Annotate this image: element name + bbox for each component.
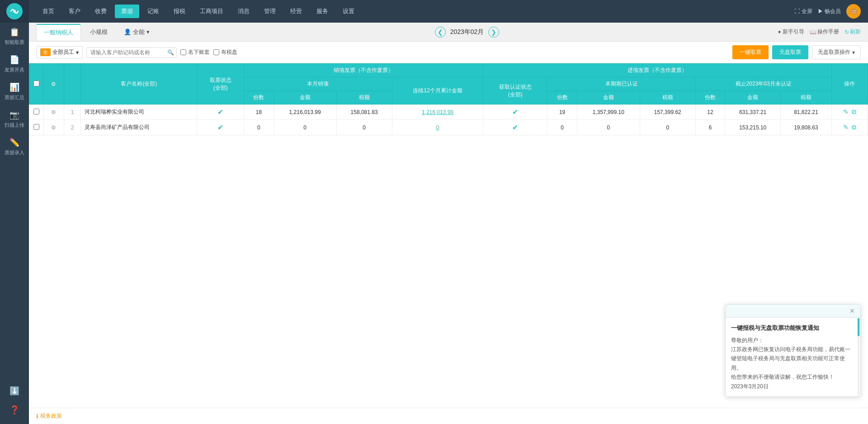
my-account-filter[interactable]: 名下账套 bbox=[180, 48, 210, 56]
nav-settings[interactable]: 设置 bbox=[336, 5, 361, 18]
select-all-checkbox[interactable] bbox=[33, 81, 39, 86]
notification-close-btn[interactable]: ✕ bbox=[849, 307, 855, 314]
table-row: ⚙ 1 河北柯瑞桦实业有限公司 ✔ 18 1,216,013.99 158,08… bbox=[29, 105, 868, 120]
smart-fetch-icon: 📋 bbox=[9, 27, 19, 37]
tax-policy-link[interactable]: ℹ 税务政策 bbox=[36, 412, 62, 420]
col-purchase-d-count: 份数 bbox=[695, 91, 725, 105]
nav-client[interactable]: 客户 bbox=[62, 5, 87, 18]
app-logo[interactable] bbox=[0, 0, 29, 23]
prev-period-btn[interactable]: ❮ bbox=[435, 27, 446, 38]
has-tax-disk-filter[interactable]: 有税盘 bbox=[213, 48, 237, 56]
col-purchase-tax: 税额 bbox=[640, 91, 695, 105]
nav-management[interactable]: 管理 bbox=[258, 5, 282, 18]
row-settings-icon-1[interactable]: ⚙ bbox=[51, 124, 56, 131]
user-avatar[interactable]: 🐵 bbox=[846, 4, 861, 19]
sales-12m-link-1[interactable]: 0 bbox=[436, 124, 439, 131]
search-icon[interactable]: 🔍 bbox=[167, 49, 174, 56]
nav-business[interactable]: 工商项目 bbox=[193, 5, 230, 18]
member-btn[interactable]: ▶ 畅会员 bbox=[818, 8, 841, 15]
sidebar-item-smart-fetch[interactable]: 📋 智能取票 bbox=[0, 23, 29, 50]
sidebar-item-invoice-entry-label: 票据录入 bbox=[5, 149, 24, 156]
nav-service[interactable]: 服务 bbox=[310, 5, 335, 18]
tab-bar: 一般纳税人 小规模 👤 全能 ▾ ❮ 2023年02月 ❯ ✦ 新手引导 📖 操… bbox=[29, 23, 868, 42]
notification-text: 江苏政务网已恢复访问电子税务局功能，易代账一键登陆电子税务局与无盘取票相关功能可… bbox=[731, 345, 855, 372]
nav-tax[interactable]: 报税 bbox=[167, 5, 192, 18]
search-wrap: 🔍 bbox=[86, 47, 177, 58]
info-icon: ℹ bbox=[36, 413, 38, 419]
chevron-down-icon: ▾ bbox=[852, 49, 855, 56]
sidebar-item-download[interactable]: ⬇️ bbox=[0, 381, 29, 400]
notification-apology: 给您带来的不便敬请谅解，祝您工作愉快！ bbox=[731, 372, 855, 381]
settings-icon[interactable]: ⚙ bbox=[51, 81, 56, 87]
nav-message[interactable]: 消息 bbox=[231, 5, 256, 18]
sidebar-bottom: ⬇️ ❓ bbox=[0, 381, 29, 424]
row-checkbox-1[interactable] bbox=[33, 124, 39, 130]
refresh-btn[interactable]: ↻ 刷新 bbox=[844, 28, 861, 36]
col-sales-12m: 连续12个月累计金额 bbox=[392, 77, 483, 105]
member-icon: ▶ bbox=[818, 8, 823, 14]
no-disk-fetch-button[interactable]: 无盘取票 bbox=[772, 45, 808, 59]
refresh-icon: ↻ bbox=[844, 29, 849, 35]
fetch-status-1: ✔ bbox=[217, 124, 223, 131]
page-footer: ℹ 税务政策 bbox=[29, 408, 868, 424]
table-row: ⚙ 2 灵寿县尚泽矿产品有限公司 ✔ 0 0 0 0 ✔ 0 0 0 6 153… bbox=[29, 120, 868, 135]
nav-operation[interactable]: 经营 bbox=[284, 5, 308, 18]
employee-filter[interactable]: 全 全部员工 ▾ bbox=[36, 46, 83, 58]
col-checkbox bbox=[29, 64, 44, 105]
user-icon: 👤 bbox=[124, 29, 131, 35]
next-period-btn[interactable]: ❯ bbox=[488, 27, 499, 38]
sidebar-item-invoice-summary-label: 票据汇总 bbox=[5, 94, 24, 101]
col-num bbox=[64, 64, 81, 105]
nav-bookkeeping[interactable]: 记账 bbox=[141, 5, 165, 18]
col-action: 操作 bbox=[831, 64, 868, 105]
fetch-status-0: ✔ bbox=[217, 108, 223, 116]
invoice-issue-icon: 📄 bbox=[9, 55, 19, 65]
nav-invoice[interactable]: 票据 bbox=[115, 5, 139, 18]
sidebar-item-help[interactable]: ❓ bbox=[0, 400, 29, 419]
col-purchase-status: 获取认证状态 (全部) bbox=[483, 77, 547, 105]
employee-filter-label: 全部员工 bbox=[52, 48, 74, 56]
one-click-fetch-button[interactable]: 一键取票 bbox=[732, 45, 769, 59]
col-purchase-deadline: 截止2023年03月未认证 bbox=[695, 77, 831, 91]
edit-icon-1[interactable]: ✎ bbox=[843, 124, 849, 131]
sidebar-item-invoice-summary[interactable]: 📊 票据汇总 bbox=[0, 78, 29, 105]
col-sales-month: 本月销项 bbox=[244, 77, 392, 91]
search-input[interactable] bbox=[86, 47, 177, 58]
tab-full-capability[interactable]: 👤 全能 ▾ bbox=[117, 24, 157, 40]
col-sales-group: 销项发票（不含作废票） bbox=[244, 64, 483, 77]
col-purchase-count: 份数 bbox=[547, 91, 577, 105]
period-nav: ❮ 2023年02月 ❯ bbox=[435, 27, 500, 38]
col-sales-amount: 金额 bbox=[274, 91, 336, 105]
my-account-checkbox[interactable] bbox=[180, 49, 186, 55]
sidebar-item-invoice-issue-label: 发票开具 bbox=[5, 67, 24, 73]
no-disk-ops-button[interactable]: 无盘取票操作 ▾ bbox=[812, 45, 861, 59]
topnav-right: ⛶ 全屏 ▶ 畅会员 🐵 bbox=[794, 4, 861, 19]
notification-body: 一键报税与无盘取票功能恢复通知 尊敬的用户： 江苏政务网已恢复访问电子税务局功能… bbox=[726, 318, 860, 396]
chevron-down-icon: ▾ bbox=[76, 49, 79, 56]
notification-panel: ✕ 一键报税与无盘取票功能恢复通知 尊敬的用户： 江苏政务网已恢复访问电子税务局… bbox=[725, 304, 861, 397]
edit-icon-0[interactable]: ✎ bbox=[843, 108, 849, 115]
manual-btn[interactable]: 📖 操作手册 bbox=[810, 28, 839, 36]
sidebar: 📋 智能取票 📄 发票开具 📊 票据汇总 📷 扫描上传 ✏️ 票据录入 ⬇️ ❓ bbox=[0, 0, 29, 424]
sidebar-item-invoice-entry[interactable]: ✏️ 票据录入 bbox=[0, 133, 29, 161]
fullscreen-btn[interactable]: ⛶ 全屏 bbox=[794, 8, 812, 15]
tab-small-scale[interactable]: 小规模 bbox=[83, 24, 115, 40]
tab-general-taxpayer[interactable]: 一般纳税人 bbox=[36, 24, 81, 40]
filter-tag: 全 bbox=[40, 48, 51, 56]
invoice-summary-icon: 📊 bbox=[9, 82, 19, 92]
row-checkbox-0[interactable] bbox=[33, 109, 39, 114]
toolbar-right: 一键取票 无盘取票 无盘取票操作 ▾ bbox=[732, 45, 861, 59]
row-settings-icon-0[interactable]: ⚙ bbox=[51, 109, 56, 115]
sales-12m-link-0[interactable]: 1,216,013.99 bbox=[422, 109, 453, 115]
notification-scrollbar-thumb bbox=[858, 318, 859, 336]
nav-home[interactable]: 首页 bbox=[36, 5, 61, 18]
new-guide-btn[interactable]: ✦ 新手引导 bbox=[777, 28, 804, 36]
col-fetch-status: 取票状态 (全部) bbox=[197, 64, 244, 105]
sidebar-item-scan-upload[interactable]: 📷 扫描上传 bbox=[0, 105, 29, 133]
has-tax-disk-checkbox[interactable] bbox=[213, 49, 219, 55]
copy-icon-0[interactable]: ⧉ bbox=[852, 108, 856, 115]
notification-scrollbar[interactable] bbox=[858, 318, 859, 395]
nav-fee[interactable]: 收费 bbox=[89, 5, 113, 18]
sidebar-item-invoice-issue[interactable]: 📄 发票开具 bbox=[0, 50, 29, 78]
copy-icon-1[interactable]: ⧉ bbox=[852, 124, 856, 131]
